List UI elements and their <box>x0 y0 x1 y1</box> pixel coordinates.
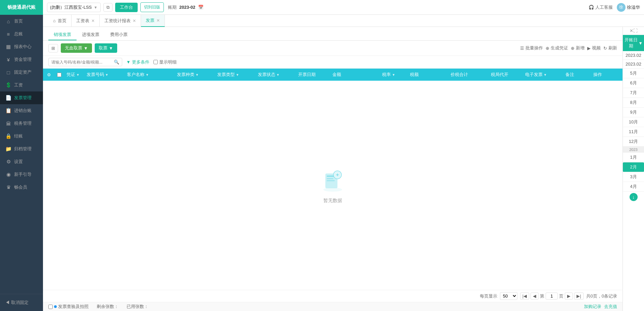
th-check[interactable] <box>56 73 65 77</box>
page-input[interactable] <box>546 293 558 300</box>
user-profile[interactable]: 徐 徐溢华 <box>617 3 640 12</box>
search-input[interactable] <box>51 60 112 65</box>
toolbar: ⊞ 无血取票 ▼ 取票 ▼ ☰ 批量操作 ⊕ 生成凭证 <box>43 41 623 56</box>
date-item-2023-02-second[interactable]: 2023.02 <box>623 60 644 69</box>
unpin-button[interactable]: ◀ 取消固定 <box>0 297 43 308</box>
sidebar-item-payroll[interactable]: 💲 工资 <box>0 79 43 91</box>
workbench-button[interactable]: 工作台 <box>115 3 138 12</box>
sidebar-item-assets[interactable]: □ 固定资产 <box>0 66 43 79</box>
date-item-11[interactable]: 11月 <box>623 127 644 137</box>
date-item-7[interactable]: 7月 <box>623 88 644 98</box>
invoices-icon: 📄 <box>5 95 11 101</box>
page-label: 第 <box>540 293 544 299</box>
status-filter-icon[interactable]: ▼ <box>276 73 280 77</box>
company-selector[interactable]: (勿删）江西股宝-LSS ▼ <box>47 3 101 12</box>
content: 销项发票 进项发票 费用小票 ⊞ 无血取票 ▼ 取票 ▼ <box>43 27 644 311</box>
tab-invoices[interactable]: 发票 ✕ <box>141 15 165 27</box>
date-item-6[interactable]: 6月 <box>623 78 644 88</box>
last-page-button[interactable]: ▶| <box>574 293 583 300</box>
panel-expand-icon[interactable]: ⛶ <box>633 28 638 33</box>
sidebar-item-member[interactable]: ♛ 畅会员 <box>0 181 43 194</box>
first-page-button[interactable]: |◀ <box>520 293 529 300</box>
sub-tab-sales-invoice[interactable]: 销项发票 <box>48 30 77 40</box>
customer-service[interactable]: 🎧 人工客服 <box>589 4 613 10</box>
voucher-icon: ⊕ <box>546 46 549 51</box>
grid-view-button[interactable]: ⊞ <box>48 44 58 52</box>
date-item-12[interactable]: 12月 <box>623 137 644 147</box>
go-buy-link[interactable]: 去充值 <box>604 304 617 310</box>
invoice-check-checkbox[interactable] <box>48 305 53 309</box>
ticket-label: 取票 <box>99 45 107 51</box>
tab-payroll-stats[interactable]: 工资统计报表 ✕ <box>100 15 141 27</box>
more-conditions-button[interactable]: ▼ 更多条件 <box>126 59 149 65</box>
close-payroll-stats-tab[interactable]: ✕ <box>133 18 136 23</box>
generate-voucher-button[interactable]: ⊕ 生成凭证 <box>546 45 568 51</box>
sidebar-item-reports[interactable]: ▦ 报表中心 <box>0 40 43 53</box>
new-button[interactable]: ⊕ 新增 <box>571 45 585 51</box>
sub-tab-expense-receipt[interactable]: 费用小票 <box>105 30 133 40</box>
svg-rect-3 <box>327 178 333 179</box>
sidebar-item-tax[interactable]: 🏛 税务管理 <box>0 117 43 130</box>
sidebar-item-settings[interactable]: ⚙ 设置 <box>0 155 43 168</box>
tab-home[interactable]: ⌂ 首页 <box>48 15 72 27</box>
add-record-link[interactable]: 加购记录 <box>584 304 601 310</box>
e-invoice-filter-icon[interactable]: ▼ <box>544 73 547 77</box>
per-page-select[interactable]: 50 100 200 <box>500 292 517 300</box>
date-item-2023-02-top[interactable]: 2023.02 <box>623 51 644 60</box>
member-icon: ♛ <box>5 184 11 190</box>
ticket-button[interactable]: 取票 ▼ <box>95 43 117 53</box>
filter-icon: ▼ <box>126 60 131 65</box>
th-settings[interactable]: ⚙ <box>46 72 56 77</box>
expense-receipt-label: 费用小票 <box>110 32 128 37</box>
open-period-header[interactable]: 开账日期 ▼ <box>623 35 644 51</box>
date-item-2023-1[interactable]: 1月 <box>623 153 644 162</box>
select-all-checkbox[interactable] <box>57 73 61 77</box>
sub-tab-purchase-invoice[interactable]: 进项发票 <box>77 30 105 40</box>
tabbar: ⌂ 首页 工资表 ✕ 工资统计报表 ✕ 发票 ✕ <box>43 15 644 27</box>
invoice-no-filter-icon[interactable]: ▼ <box>105 73 108 77</box>
sidebar-item-guide[interactable]: ◉ 新手引导 <box>0 168 43 181</box>
calendar-icon[interactable]: 📅 <box>198 5 203 10</box>
inv-type-filter-icon[interactable]: ▼ <box>195 73 199 77</box>
switch-version-button[interactable]: 切到旧版 <box>140 2 164 12</box>
date-item-2023-4[interactable]: 4月 <box>623 182 644 192</box>
tax-rate-filter-icon[interactable]: ▼ <box>392 73 395 77</box>
th-action: 操作 <box>592 72 620 78</box>
next-page-button[interactable]: ▶ <box>565 293 573 300</box>
sidebar-item-invoices[interactable]: 📄 发票管理 <box>0 91 43 104</box>
date-item-5[interactable]: 5月 <box>623 69 644 78</box>
date-item-2023-3[interactable]: 3月 <box>623 172 644 182</box>
sidebar-item-sales[interactable]: 📋 进销台账 <box>0 104 43 117</box>
show-detail-checkbox[interactable] <box>153 60 158 64</box>
guide-icon: ◉ <box>5 171 11 178</box>
date-panel-scroll-down[interactable]: ↓ <box>630 193 638 201</box>
ticket-dropdown-icon: ▼ <box>109 46 113 51</box>
date-item-10[interactable]: 10月 <box>623 117 644 127</box>
batch-ops-button[interactable]: ☰ 批量操作 <box>520 45 543 51</box>
sidebar-item-funds[interactable]: ¥ 资金管理 <box>0 53 43 66</box>
th-remark: 备注 <box>564 72 592 78</box>
search-icon[interactable]: 🔍 <box>114 60 119 65</box>
th-status: 发票状态 ▼ <box>257 72 297 78</box>
refresh-button[interactable]: ↻ 刷新 <box>603 45 617 51</box>
close-invoices-tab[interactable]: ✕ <box>156 18 160 23</box>
tab-payroll-table[interactable]: 工资表 ✕ <box>72 15 100 27</box>
show-detail-checkbox-wrap[interactable]: 显示明细 <box>153 59 177 65</box>
date-item-2023-2[interactable]: 2月 <box>623 162 644 172</box>
customer-filter-icon[interactable]: ▼ <box>145 73 149 77</box>
date-item-9[interactable]: 9月 <box>623 108 644 117</box>
inv-cat-filter-icon[interactable]: ▼ <box>236 73 239 77</box>
close-payroll-table-tab[interactable]: ✕ <box>91 18 95 23</box>
sidebar-item-label: 报表中心 <box>14 44 32 50</box>
sidebar-item-ledger[interactable]: ≡ 总账 <box>0 28 43 40</box>
voucher-filter-icon[interactable]: ▼ <box>76 73 80 77</box>
video-button[interactable]: ▶ 视频 <box>587 45 601 51</box>
sidebar-item-archive[interactable]: 📁 归档管理 <box>0 143 43 155</box>
copy-button[interactable]: ⧉ <box>103 3 112 12</box>
sidebar-item-close[interactable]: 🔒 结账 <box>0 130 43 143</box>
no-ticket-button[interactable]: 无血取票 ▼ <box>61 43 92 53</box>
panel-close-icon[interactable]: ✕ <box>630 28 633 33</box>
sidebar-item-home[interactable]: ⌂ 首页 <box>0 15 43 28</box>
date-item-8[interactable]: 8月 <box>623 98 644 108</box>
prev-page-button[interactable]: ◀ <box>531 293 539 300</box>
